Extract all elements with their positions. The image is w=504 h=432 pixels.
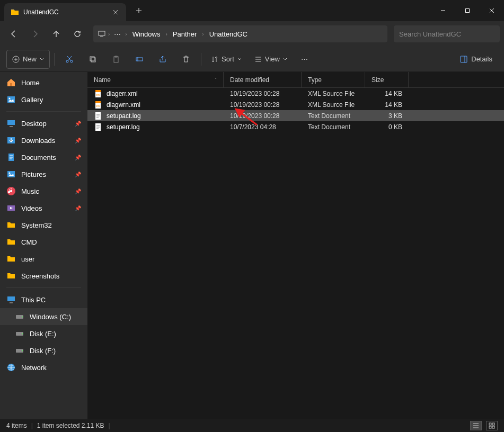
sidebar-item-drive[interactable]: Windows (C:)	[0, 308, 87, 325]
new-tab-button[interactable]	[130, 2, 147, 19]
sidebar-item-drive[interactable]: Disk (E:)	[0, 325, 87, 342]
chevron-down-icon	[40, 57, 44, 61]
more-button[interactable]: ⋯	[295, 50, 316, 69]
file-size: 14 KB	[365, 101, 409, 109]
ellipsis-icon[interactable]: ⋯	[112, 30, 123, 38]
share-button[interactable]	[152, 50, 173, 69]
pin-icon: 📌	[75, 205, 81, 211]
txt-file-icon	[94, 112, 102, 120]
navbar: › ⋯ › Windows › Panther › UnattendGC Sea…	[0, 21, 504, 47]
svg-rect-7	[114, 57, 118, 62]
minimize-button[interactable]	[431, 0, 455, 21]
sidebar-item-videos[interactable]: Videos 📌	[0, 200, 87, 217]
sidebar-item-desktop[interactable]: Desktop 📌	[0, 115, 87, 132]
delete-button[interactable]	[175, 50, 197, 69]
sidebar-item-user[interactable]: user	[0, 250, 87, 267]
sidebar-label: Pictures	[21, 170, 69, 178]
breadcrumb-item[interactable]: Panther	[170, 28, 200, 40]
sort-button[interactable]: Sort	[206, 50, 247, 69]
status-selected: 1 item selected 2.11 KB	[37, 422, 104, 429]
sidebar-item-system32[interactable]: System32	[0, 217, 87, 233]
file-row[interactable]: xml diagwrn.xml 10/19/2023 00:28 XML Sou…	[87, 99, 504, 110]
view-button[interactable]: View	[249, 50, 293, 69]
file-row[interactable]: xml diagerr.xml 10/19/2023 00:28 XML Sou…	[87, 88, 504, 99]
sidebar-label: Network	[21, 364, 81, 372]
view-icons-button[interactable]	[486, 421, 498, 430]
file-name: diagwrn.xml	[107, 101, 140, 109]
sort-label: Sort	[222, 55, 234, 63]
file-date: 10/19/2023 00:28	[224, 101, 302, 109]
breadcrumb-item[interactable]: Windows	[129, 28, 164, 40]
column-header-size[interactable]: Size	[365, 72, 409, 87]
sidebar-label: Disk (F:)	[30, 347, 81, 355]
column-header-name[interactable]: Name ˄	[87, 72, 224, 87]
folder-icon	[11, 8, 19, 16]
file-type: Text Document	[302, 123, 365, 131]
pin-icon: 📌	[75, 172, 81, 177]
refresh-button[interactable]	[68, 24, 87, 43]
paste-button[interactable]	[105, 50, 127, 69]
column-header-type[interactable]: Type	[302, 72, 365, 87]
search-input[interactable]: Search UnattendGC	[394, 25, 500, 42]
forward-button[interactable]	[25, 24, 45, 43]
svg-rect-36	[489, 423, 491, 425]
pc-icon	[6, 295, 16, 304]
sidebar-item-music[interactable]: Music 📌	[0, 183, 87, 200]
separator	[201, 53, 201, 66]
chevron-right-icon: ›	[202, 31, 204, 37]
new-button[interactable]: New	[6, 50, 50, 69]
tab-close-icon[interactable]	[111, 8, 120, 16]
file-name: setupact.log	[107, 112, 141, 120]
sidebar-label: Documents	[21, 154, 69, 161]
sidebar-item-home[interactable]: Home	[0, 74, 87, 91]
svg-rect-37	[492, 423, 494, 425]
svg-rect-0	[466, 9, 470, 13]
sidebar-item-drive[interactable]: Disk (F:)	[0, 342, 87, 359]
column-header-date[interactable]: Date modified	[224, 72, 302, 87]
file-row[interactable]: setuperr.log 10/7/2023 04:28 Text Docume…	[87, 121, 504, 132]
separator	[54, 53, 55, 66]
sort-indicator-icon: ˄	[215, 77, 217, 82]
file-type: XML Source File	[302, 90, 365, 97]
svg-rect-11	[10, 83, 12, 86]
sidebar-item-downloads[interactable]: Downloads 📌	[0, 132, 87, 149]
up-button[interactable]	[47, 24, 66, 43]
folder-icon	[6, 220, 16, 230]
pictures-icon	[6, 169, 16, 179]
file-type: XML Source File	[302, 101, 365, 109]
main: Home Gallery Desktop 📌 Downloads 📌 Docum…	[0, 72, 504, 419]
back-button[interactable]	[4, 24, 23, 43]
details-button[interactable]: Details	[454, 50, 498, 69]
maximize-button[interactable]	[455, 0, 480, 21]
toolbar: New Sort View ⋯ Details	[0, 47, 504, 72]
rename-button[interactable]	[129, 50, 150, 69]
separator	[6, 287, 81, 288]
chevron-right-icon: ›	[125, 31, 127, 37]
file-row[interactable]: setupact.log 10/19/2023 00:28 Text Docum…	[87, 110, 504, 121]
sidebar-item-screenshots[interactable]: Screenshots	[0, 267, 87, 284]
tab[interactable]: UnattendGC	[4, 3, 126, 21]
sidebar-item-documents[interactable]: Documents 📌	[0, 149, 87, 166]
svg-rect-10	[461, 56, 467, 62]
separator	[6, 111, 81, 112]
cut-button[interactable]	[59, 50, 80, 69]
view-details-button[interactable]	[470, 421, 482, 430]
breadcrumb[interactable]: › ⋯ › Windows › Panther › UnattendGC	[93, 25, 387, 42]
window-controls	[431, 0, 504, 21]
svg-point-27	[22, 350, 23, 352]
sidebar-label: Desktop	[21, 120, 69, 128]
close-button[interactable]	[480, 0, 504, 21]
folder-icon	[6, 237, 16, 247]
sidebar-item-cmd[interactable]: CMD	[0, 233, 87, 250]
sidebar-item-thispc[interactable]: This PC	[0, 291, 87, 308]
svg-rect-1	[99, 31, 105, 35]
pc-icon	[98, 30, 106, 38]
svg-rect-9	[136, 58, 143, 61]
breadcrumb-item[interactable]: UnattendGC	[206, 28, 251, 40]
file-size: 0 KB	[365, 123, 409, 131]
sidebar-item-gallery[interactable]: Gallery	[0, 91, 87, 108]
sidebar-item-network[interactable]: Network	[0, 359, 87, 376]
documents-icon	[6, 152, 16, 162]
copy-button[interactable]	[82, 50, 103, 69]
sidebar-item-pictures[interactable]: Pictures 📌	[0, 166, 87, 183]
